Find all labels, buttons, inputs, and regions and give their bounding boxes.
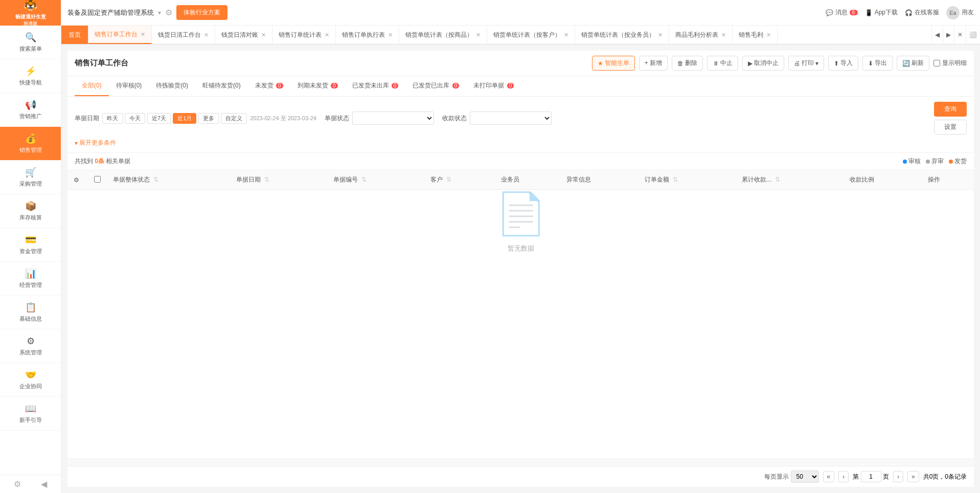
- sidebar-item-quicknav[interactable]: ⚡ 快捷导航: [0, 59, 61, 93]
- tab-maximize[interactable]: ⬜: [966, 26, 980, 44]
- refresh-button[interactable]: 🔄 刷新: [897, 56, 929, 71]
- page-input[interactable]: [861, 471, 881, 482]
- date-btn-yesterday[interactable]: 昨天: [102, 113, 123, 124]
- tab-sales-exec[interactable]: 销售订单执行表 ✕: [336, 26, 399, 44]
- sidebar-item-basicinfo[interactable]: 📋 基础信息: [0, 296, 61, 329]
- sort-date-icon[interactable]: ⇅: [264, 176, 269, 183]
- first-page-button[interactable]: «: [823, 471, 835, 482]
- sort-number-icon[interactable]: ⇅: [361, 176, 367, 183]
- tab-sales-staff[interactable]: 销货单统计表（按业务员） ✕: [575, 26, 669, 44]
- date-btn-1month[interactable]: 近1月: [173, 113, 196, 124]
- date-btn-7days[interactable]: 近7天: [147, 113, 171, 124]
- sort-amount-icon[interactable]: ⇅: [673, 176, 678, 183]
- tab-cash-reconcile-close[interactable]: ✕: [261, 32, 266, 38]
- tab-gross-product-close[interactable]: ✕: [721, 32, 726, 38]
- sidebar-settings-btn[interactable]: ⚙: [14, 479, 21, 489]
- tab-sales-order[interactable]: 销售订单工作台 ✕: [88, 26, 152, 44]
- sidebar-item-marketing[interactable]: 📢 营销推广: [0, 93, 61, 127]
- sidebar-item-search[interactable]: 🔍 搜索菜单: [0, 26, 61, 59]
- date-btn-today[interactable]: 今天: [125, 113, 145, 124]
- sidebar-item-guide[interactable]: 📖 新手引导: [0, 397, 61, 431]
- sidebar-item-sales[interactable]: 💰 销售管理: [0, 127, 61, 161]
- cancel-approve-action[interactable]: 弃审: [926, 157, 944, 166]
- tab-scroll-right[interactable]: ▶: [943, 26, 954, 44]
- status-select[interactable]: [352, 111, 434, 125]
- date-btn-more[interactable]: 更多: [198, 113, 219, 124]
- delete-button[interactable]: 🗑 删除: [672, 56, 703, 71]
- tab-cash-daily-close[interactable]: ✕: [204, 32, 209, 38]
- approve-action[interactable]: 审核: [903, 157, 921, 166]
- app-download-button[interactable]: 📱 App下载: [865, 8, 898, 17]
- tab-sales-exec-close[interactable]: ✕: [388, 32, 393, 38]
- filter-tab-all[interactable]: 全部(0): [75, 76, 109, 96]
- sidebar-item-cooperation[interactable]: 🤝 企业协同: [0, 363, 61, 397]
- payment-select[interactable]: [470, 111, 552, 125]
- tab-gross-sales-close[interactable]: ✕: [766, 32, 771, 38]
- topbar-arrow-icon[interactable]: ▾: [158, 9, 161, 16]
- filter-tab-wangpu[interactable]: 旺铺待发货(0): [195, 76, 248, 96]
- col-config[interactable]: ⚙: [67, 170, 88, 190]
- tab-cash-daily[interactable]: 钱货日清工作台 ✕: [152, 26, 215, 44]
- tab-sales-customer-close[interactable]: ✕: [564, 32, 568, 38]
- last-page-button[interactable]: »: [907, 471, 919, 482]
- solution-button[interactable]: 体验行业方案: [176, 5, 227, 20]
- tab-cash-reconcile[interactable]: 钱货日清对账 ✕: [215, 26, 272, 44]
- cancel-pause-button[interactable]: ▶ 取消中止: [742, 56, 784, 71]
- col-number: 单据编号 ⇅: [327, 170, 424, 190]
- sidebar-item-purchase[interactable]: 🛒 采购管理: [0, 161, 61, 194]
- tab-gross-sales[interactable]: 销售毛利 ✕: [733, 26, 778, 44]
- date-btn-custom[interactable]: 自定义: [221, 113, 247, 124]
- tab-sales-stats-close[interactable]: ✕: [325, 32, 329, 38]
- export-button[interactable]: ⬇ 导出: [862, 56, 893, 71]
- sort-customer-icon[interactable]: ⇅: [446, 176, 451, 183]
- next-page-button[interactable]: ›: [893, 471, 903, 482]
- filter-tab-shipped-out[interactable]: 已发货已出库 0: [405, 76, 466, 96]
- tab-sales-staff-close[interactable]: ✕: [658, 32, 663, 38]
- filter-tab-unshipped[interactable]: 未发货 0: [248, 76, 290, 96]
- pause-button[interactable]: ⏸ 中止: [707, 56, 738, 71]
- import-button[interactable]: ⬆ 导入: [828, 56, 858, 71]
- print-button[interactable]: 🖨 打印 ▾: [788, 56, 824, 71]
- sidebar-item-finance[interactable]: 💳 资金管理: [0, 228, 61, 262]
- topbar-gear-icon[interactable]: ⚙: [165, 8, 172, 17]
- cancel-approve-dot: [926, 160, 930, 164]
- sort-received-icon[interactable]: ⇅: [775, 176, 780, 183]
- filter-tab-shipped-noout[interactable]: 已发货未出库 0: [345, 76, 406, 96]
- tab-gross-product[interactable]: 商品毛利分析表 ✕: [669, 26, 733, 44]
- prev-page-button[interactable]: ‹: [838, 471, 849, 482]
- tab-sales-product-close[interactable]: ✕: [476, 32, 481, 38]
- expand-label: 展开更多条件: [79, 139, 116, 147]
- message-button[interactable]: 💬 消息 6: [826, 8, 858, 17]
- tab-scroll-left[interactable]: ◀: [931, 26, 943, 44]
- horizontal-scrollbar[interactable]: [67, 459, 974, 466]
- query-button[interactable]: 查询: [934, 102, 967, 117]
- sidebar-item-management[interactable]: 📊 经营管理: [0, 262, 61, 296]
- online-service-button[interactable]: 🎧 在线客服: [905, 8, 939, 17]
- check-all[interactable]: [94, 176, 101, 183]
- tab-sales-product[interactable]: 销货单统计表（按商品） ✕: [399, 26, 487, 44]
- filter-tab-unprinted[interactable]: 未打印单据 0: [466, 76, 521, 96]
- tab-close-all[interactable]: ✕: [954, 26, 966, 44]
- tab-home[interactable]: 首页: [61, 26, 88, 44]
- per-page-select[interactable]: 50 100 200: [791, 470, 819, 483]
- sort-status-icon[interactable]: ⇅: [153, 176, 158, 183]
- filter-tab-shipped-out-label: 已发货已出库: [413, 82, 449, 89]
- sidebar-collapse-btn[interactable]: ◀: [41, 479, 47, 489]
- filter-tab-inspect[interactable]: 待拣验货(0): [149, 76, 195, 96]
- ship-action[interactable]: 发货: [949, 157, 967, 166]
- user-profile-button[interactable]: Ea 用友: [946, 6, 974, 19]
- show-detail-input[interactable]: [933, 60, 940, 66]
- setting-button[interactable]: 设置: [934, 120, 967, 135]
- col-abnormal-label: 异常信息: [566, 176, 591, 183]
- show-detail-checkbox[interactable]: 显示明细: [933, 59, 967, 68]
- tab-sales-customer[interactable]: 销货单统计表（按客户） ✕: [487, 26, 575, 44]
- sidebar-item-inventory[interactable]: 📦 库存核算: [0, 194, 61, 228]
- tab-sales-order-close[interactable]: ✕: [141, 31, 145, 38]
- sidebar-item-system[interactable]: ⚙ 系统管理: [0, 329, 61, 363]
- expand-conditions-button[interactable]: ▾ 展开更多条件: [75, 139, 967, 147]
- filter-tab-pending[interactable]: 待审核(0): [109, 76, 149, 96]
- filter-tab-overdue[interactable]: 到期未发货 0: [290, 76, 345, 96]
- add-button[interactable]: + 新增: [639, 56, 668, 71]
- tab-sales-stats[interactable]: 销售订单统计表 ✕: [272, 26, 336, 44]
- smart-create-button[interactable]: ★ 智能生单: [592, 56, 635, 71]
